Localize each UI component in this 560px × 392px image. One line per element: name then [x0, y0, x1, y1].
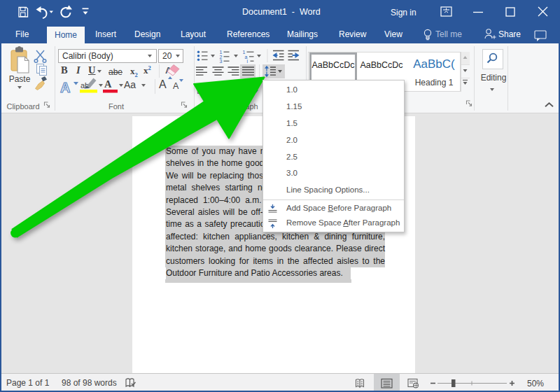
- svg-text:3: 3: [220, 59, 223, 64]
- svg-text:50%: 50%: [527, 379, 544, 388]
- svg-text:A: A: [248, 86, 252, 93]
- svg-text:A: A: [60, 80, 70, 95]
- svg-text:i: i: [247, 59, 248, 64]
